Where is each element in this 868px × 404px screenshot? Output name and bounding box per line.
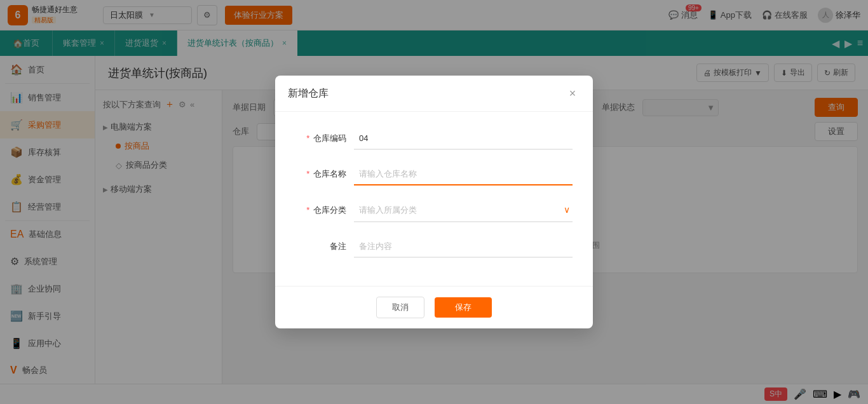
warehouse-code-row: * 仓库编码 [295, 127, 573, 150]
modal-title: 新增仓库 [288, 87, 329, 100]
modal-body: * 仓库编码 * 仓库名称 * 仓库分类 [275, 112, 593, 286]
warehouse-code-input[interactable] [354, 127, 573, 150]
category-select-wrapper: 请输入所属分类 ∨ [354, 198, 573, 222]
warehouse-remark-row: 备注 [295, 235, 573, 258]
modal-header: 新增仓库 × [275, 76, 593, 112]
save-button[interactable]: 保存 [435, 297, 492, 318]
cancel-button[interactable]: 取消 [376, 297, 424, 318]
warehouse-category-row: * 仓库分类 请输入所属分类 ∨ [295, 198, 573, 222]
add-warehouse-modal: 新增仓库 × * 仓库编码 * 仓库名称 [275, 76, 593, 328]
warehouse-code-label: * 仓库编码 [295, 133, 346, 144]
warehouse-name-input[interactable] [354, 163, 573, 185]
modal-overlay: 新增仓库 × * 仓库编码 * 仓库名称 [0, 0, 868, 404]
warehouse-category-select[interactable]: 请输入所属分类 [354, 198, 564, 221]
modal-footer: 取消 保存 [275, 286, 593, 328]
modal-close-button[interactable]: × [565, 86, 580, 101]
warehouse-name-row: * 仓库名称 [295, 163, 573, 185]
warehouse-category-label: * 仓库分类 [295, 205, 346, 216]
warehouse-remark-label: 备注 [295, 241, 346, 252]
warehouse-remark-input[interactable] [354, 235, 573, 258]
warehouse-name-label: * 仓库名称 [295, 168, 346, 180]
select-arrow-icon: ∨ [564, 205, 570, 215]
